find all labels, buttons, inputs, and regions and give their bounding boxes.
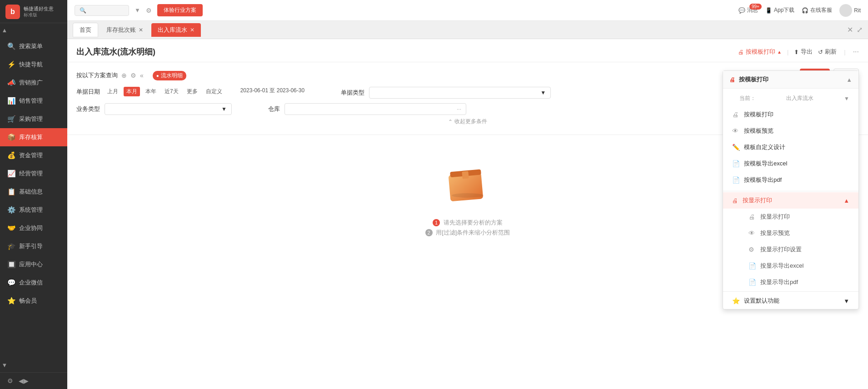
export-btn[interactable]: ⬆ 导出	[794, 48, 813, 56]
refresh-btn[interactable]: ↺ 刷新	[818, 48, 837, 56]
dropdown-item-set-default[interactable]: ⭐ 设置默认功能 ▼	[723, 293, 858, 309]
filter-tag[interactable]: ● 流水明细	[153, 71, 186, 80]
collapse-filter-icon[interactable]: «	[140, 72, 144, 79]
date-opt-more[interactable]: 更多	[184, 87, 200, 96]
global-search[interactable]: 🔍	[75, 5, 129, 16]
step2-num: 2	[425, 229, 433, 236]
sidebar-item-search[interactable]: 🔍 搜索菜单	[0, 37, 67, 55]
settings-icon[interactable]: ⚙	[146, 7, 152, 14]
date-opt-custom[interactable]: 自定义	[203, 87, 225, 96]
sidebar-item-label: 企业协同	[19, 224, 43, 232]
printer-header-icon: 🖨	[729, 76, 735, 83]
finance-icon: 💰	[7, 151, 15, 160]
settings-filter-icon[interactable]: ⚙	[130, 72, 136, 79]
business-type-group: 业务类型 ▼	[76, 103, 232, 115]
scroll-up-btn[interactable]: ▲	[0, 25, 9, 35]
tab-home-label: 首页	[80, 26, 91, 34]
sales-icon: 📊	[7, 97, 15, 105]
dropdown-item-display-settings[interactable]: ⚙ 按显示打印设置	[732, 241, 858, 258]
date-opt-7days[interactable]: 近7天	[162, 87, 181, 96]
close-win-btn[interactable]: ✕	[847, 25, 853, 34]
collapse-icon[interactable]: ◀▶	[19, 377, 29, 384]
dropdown-item-display-pdf[interactable]: 📄 按显示导出pdf	[732, 274, 858, 290]
sidebar-item-label: 营销推广	[19, 79, 43, 87]
dropdown-item-display-excel[interactable]: 📄 按显示导出excel	[732, 258, 858, 274]
sidebar-item-wechat[interactable]: 💬 企业微信	[0, 274, 67, 292]
page-body: 出入库流水(流水明细) 🖨 按模板打印 ▲ | ⬆ 导出 ↺ 刷新	[67, 39, 868, 389]
tab-close-inventory-batch[interactable]: ✕	[139, 27, 143, 33]
current-prefix: 当前：	[739, 95, 756, 102]
dropdown-section-template: 当前： 出入库流水 ▼ 🖨 按模板打印 👁 按模板预览	[723, 89, 858, 190]
printer-icon: 🖨	[738, 49, 744, 55]
dropdown-item-display-preview[interactable]: 👁 按显示预览	[732, 225, 858, 241]
sidebar-item-guide[interactable]: 🎓 新手引导	[0, 237, 67, 255]
sidebar-item-finance[interactable]: 💰 资金管理	[0, 146, 67, 165]
app-download-btn[interactable]: 📱 App下载	[765, 6, 794, 14]
date-opt-last-month[interactable]: 上月	[105, 87, 121, 96]
edit-icon: ✏️	[732, 144, 739, 151]
online-service-btn[interactable]: 🎧 在线客服	[802, 6, 832, 14]
date-opt-this-month[interactable]: 本月	[124, 87, 140, 96]
sidebar-item-shortcut[interactable]: ⚡ 快捷导航	[0, 55, 67, 74]
tab-home[interactable]: 首页	[73, 23, 98, 37]
sidebar-item-label: 搜索菜单	[19, 42, 43, 50]
business-type-select[interactable]: ▼	[105, 103, 232, 115]
main-content: 🔍 ▼ ⚙ 体验行业方案 💬 消息 99+ 📱 App下载 🎧	[67, 0, 868, 389]
sidebar-item-marketing[interactable]: 📣 营销推广	[0, 74, 67, 92]
user-menu[interactable]: Rit	[839, 4, 861, 17]
sidebar-item-label: 畅会员	[19, 297, 37, 305]
print-template-btn[interactable]: 🖨 按模板打印 ▲	[738, 48, 782, 56]
warehouse-select[interactable]: ···	[284, 103, 466, 115]
dropdown-item-label: 设置默认功能	[744, 297, 779, 305]
sidebar-item-purchase[interactable]: 🛒 采购管理	[0, 110, 67, 128]
page-actions: 🖨 按模板打印 ▲ | ⬆ 导出 ↺ 刷新 | ···	[738, 48, 859, 56]
dropdown-item-label: 按显示打印	[760, 213, 790, 221]
dropdown-item-template-excel[interactable]: 📄 按模板导出excel	[723, 155, 858, 172]
group-chevron-up[interactable]: ▲	[843, 197, 849, 204]
sidebar-item-operation[interactable]: 📈 经营管理	[0, 165, 67, 183]
header-left: 🔍 ▼ ⚙ 体验行业方案	[75, 4, 203, 16]
dropdown-item-display-print[interactable]: 🖨 按显示打印	[732, 209, 858, 225]
sidebar-item-label: 基础信息	[19, 188, 43, 196]
empty-box-svg	[445, 165, 490, 205]
sidebar-item-sales[interactable]: 📊 销售管理	[0, 92, 67, 110]
apps-icon: 🔲	[7, 260, 15, 269]
dropdown-item-template-preview[interactable]: 👁 按模板预览	[723, 123, 858, 139]
tab-inventory-batch[interactable]: 库存批次账 ✕	[100, 23, 150, 37]
message-btn[interactable]: 💬 消息 99+	[738, 6, 758, 14]
chevron-up-collapse: ⌃	[448, 119, 453, 125]
sidebar-item-member[interactable]: ⭐ 畅会员	[0, 292, 67, 310]
date-opt-this-year[interactable]: 本年	[143, 87, 159, 96]
dropdown-icon[interactable]: ▼	[135, 7, 140, 14]
dropdown-item-label: 按模板导出excel	[744, 160, 787, 168]
warehouse-more-icon[interactable]: ···	[457, 106, 461, 112]
settings-bottom-icon[interactable]: ⚙	[7, 377, 13, 384]
filter-label: 按以下方案查询	[76, 71, 118, 80]
marketing-icon: 📣	[7, 79, 15, 87]
add-filter-icon[interactable]: ⊕	[121, 72, 127, 79]
app-header: 🔍 ▼ ⚙ 体验行业方案 💬 消息 99+ 📱 App下载 🎧	[67, 0, 868, 21]
tab-close-inout-flow[interactable]: ✕	[190, 27, 195, 33]
sidebar-item-enterprise[interactable]: 🤝 企业协同	[0, 219, 67, 237]
sidebar-item-label: 新手引导	[19, 242, 43, 250]
dropdown-item-template-pdf[interactable]: 📄 按模板导出pdf	[723, 172, 858, 188]
sidebar-item-basic[interactable]: 📋 基础信息	[0, 183, 67, 201]
dropdown-item-template-print[interactable]: 🖨 按模板打印	[723, 106, 858, 123]
display-print-group[interactable]: 🖨 按显示打印 ▲	[723, 192, 858, 209]
empty-step2-text: 用[过滤]条件来缩小分析范围	[436, 229, 510, 236]
dropdown-item-label: 按显示预览	[760, 229, 790, 237]
tab-inout-flow[interactable]: 出入库流水 ✕	[151, 23, 201, 37]
sidebar-item-apps[interactable]: 🔲 应用中心	[0, 255, 67, 274]
scroll-down-btn[interactable]: ▼	[0, 360, 9, 370]
current-chevron[interactable]: ▼	[844, 95, 849, 102]
sidebar-item-inventory[interactable]: 📦 库存核算	[0, 128, 67, 146]
filter-main: ● 流水明细	[153, 71, 791, 80]
sidebar-nav: 🔍 搜索菜单 ⚡ 快捷导航 📣 营销推广 📊 销售管理 🛒 采购管理 📦	[0, 37, 67, 358]
industry-btn[interactable]: 体验行业方案	[157, 4, 203, 16]
sidebar-item-system[interactable]: ⚙️ 系统管理	[0, 201, 67, 219]
maximize-win-btn[interactable]: ⤢	[857, 25, 863, 34]
doc-type-select[interactable]: ▼	[369, 87, 551, 99]
chevron-up-icon[interactable]: ▲	[846, 76, 852, 83]
dropdown-item-template-customize[interactable]: ✏️ 模板自定义设计	[723, 139, 858, 155]
more-icon[interactable]: ···	[853, 48, 859, 56]
